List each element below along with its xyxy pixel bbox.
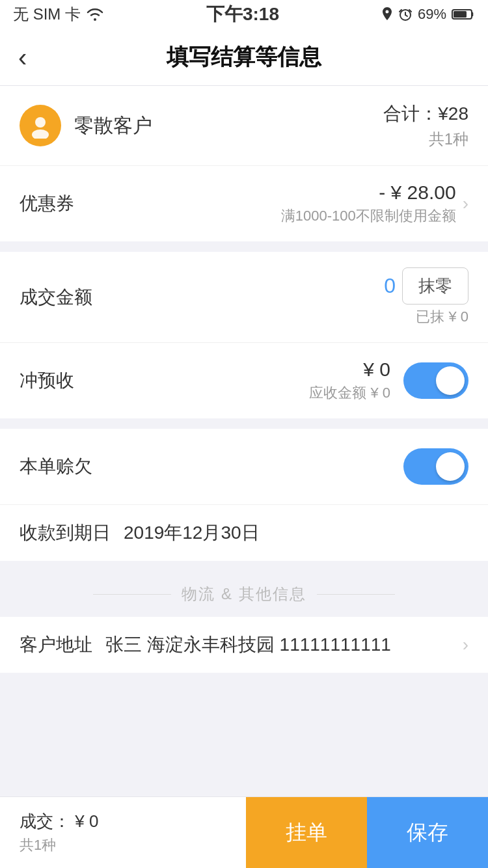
location-icon xyxy=(381,7,393,21)
nav-bar: ‹ 填写结算等信息 xyxy=(0,29,488,86)
prepayment-label: 冲预收 xyxy=(20,368,74,393)
battery-icon xyxy=(452,8,475,21)
coupon-row[interactable]: 优惠券 - ¥ 28.00 满1000-100不限制使用金额 › xyxy=(0,165,488,241)
save-button[interactable]: 保存 xyxy=(367,797,488,868)
customer-name: 零散客户 xyxy=(74,113,152,139)
address-row[interactable]: 客户地址 张三 海淀永丰科技园 11111111111 › xyxy=(0,617,488,673)
footer-transaction: 成交： ¥ 0 xyxy=(20,810,226,833)
address-chevron-icon: › xyxy=(463,634,468,655)
transaction-label: 成交金额 xyxy=(20,285,92,310)
footer-transaction-value: ¥ 0 xyxy=(75,811,98,831)
svg-line-2 xyxy=(405,15,407,16)
customer-total: 合计：¥28 xyxy=(383,102,468,126)
customer-section: 零散客户 合计：¥28 共1种 优惠券 - ¥ 28.00 满1000-100不… xyxy=(0,86,488,241)
coupon-label: 优惠券 xyxy=(20,191,74,216)
back-button[interactable]: ‹ xyxy=(18,44,27,70)
footer-info: 成交： ¥ 0 共1种 xyxy=(0,797,246,868)
round-off-button[interactable]: 抹零 xyxy=(402,267,468,305)
customer-avatar xyxy=(20,105,61,146)
due-date-label: 收款到期日 xyxy=(20,521,111,545)
status-right: 69% xyxy=(381,6,475,23)
transaction-row: 成交金额 0 抹零 已抹 ¥ 0 xyxy=(0,252,488,343)
svg-rect-4 xyxy=(454,11,467,18)
svg-point-5 xyxy=(35,117,46,128)
logistics-line-left xyxy=(93,594,171,595)
logistics-line-right xyxy=(317,594,395,595)
wifi-icon xyxy=(86,8,104,21)
prepayment-col: ¥ 0 应收金额 ¥ 0 xyxy=(309,359,390,403)
transaction-sub: 已抹 ¥ 0 xyxy=(357,307,468,327)
transaction-right: 0 抹零 已抹 ¥ 0 xyxy=(357,267,468,327)
debt-toggle-knob xyxy=(436,452,465,481)
customer-info: 零散客户 xyxy=(20,105,152,146)
coupon-desc: 满1000-100不限制使用金额 xyxy=(281,206,456,226)
address-section: 客户地址 张三 海淀永丰科技园 11111111111 › xyxy=(0,617,488,673)
customer-total-section: 合计：¥28 共1种 xyxy=(383,102,468,150)
footer-transaction-label: 成交： xyxy=(20,811,70,831)
status-left: 无 SIM 卡 xyxy=(13,4,104,25)
svg-point-6 xyxy=(32,129,49,139)
debt-toggle[interactable] xyxy=(403,448,468,485)
prepayment-row: 冲预收 ¥ 0 应收金额 ¥ 0 xyxy=(0,343,488,418)
debt-row: 本单赊欠 xyxy=(0,429,488,504)
logistics-label: 物流 & 其他信息 xyxy=(93,584,394,604)
logistics-divider: 物流 & 其他信息 xyxy=(0,571,488,617)
prepayment-sub: 应收金额 ¥ 0 xyxy=(309,383,390,403)
alarm-icon xyxy=(398,7,413,21)
coupon-discount: - ¥ 28.00 xyxy=(281,182,456,204)
battery-percent: 69% xyxy=(418,6,446,23)
hangbill-button[interactable]: 挂单 xyxy=(246,797,367,868)
coupon-right: - ¥ 28.00 满1000-100不限制使用金额 › xyxy=(281,182,468,226)
transaction-right-col: 0 抹零 已抹 ¥ 0 xyxy=(357,267,468,327)
due-date-value: 2019年12月30日 xyxy=(124,521,260,545)
footer-count: 共1种 xyxy=(20,835,226,855)
transaction-value[interactable]: 0 xyxy=(357,274,396,298)
transaction-section: 成交金额 0 抹零 已抹 ¥ 0 冲预收 ¥ 0 应收金额 ¥ 0 xyxy=(0,252,488,418)
status-bar: 无 SIM 卡 下午3:18 69% xyxy=(0,0,488,29)
prepayment-right: ¥ 0 应收金额 ¥ 0 xyxy=(309,359,468,403)
debt-section: 本单赊欠 收款到期日 2019年12月30日 xyxy=(0,429,488,561)
no-sim-label: 无 SIM 卡 xyxy=(13,4,81,25)
status-time: 下午3:18 xyxy=(206,2,279,27)
avatar-icon xyxy=(27,113,53,139)
address-label: 客户地址 xyxy=(20,632,92,657)
customer-row: 零散客户 合计：¥28 共1种 xyxy=(0,86,488,165)
page-title: 填写结算等信息 xyxy=(167,42,321,72)
debt-label: 本单赊欠 xyxy=(20,454,92,479)
prepayment-toggle-knob xyxy=(436,366,465,395)
coupon-info: - ¥ 28.00 满1000-100不限制使用金额 xyxy=(281,182,456,226)
footer: 成交： ¥ 0 共1种 挂单 保存 xyxy=(0,796,488,868)
prepayment-toggle[interactable] xyxy=(403,362,468,399)
prepayment-amount: ¥ 0 xyxy=(309,359,390,381)
coupon-chevron-icon: › xyxy=(463,193,468,214)
address-value: 张三 海淀永丰科技园 11111111111 xyxy=(105,632,463,657)
customer-count: 共1种 xyxy=(383,129,468,150)
due-date-row: 收款到期日 2019年12月30日 xyxy=(0,504,488,561)
